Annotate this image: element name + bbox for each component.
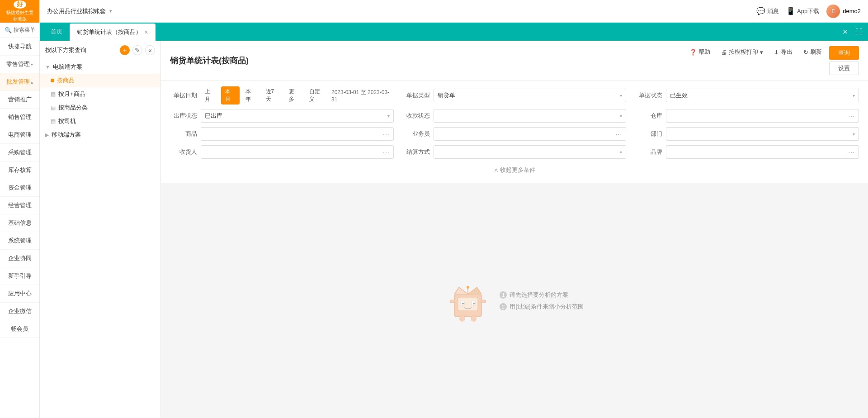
sidebar-item-retail[interactable]: 零售管理 ▾ — [0, 56, 39, 73]
chevron-right-icon: ▶ — [45, 132, 49, 138]
out-status-select[interactable]: 已出库 ▾ — [201, 109, 394, 123]
warehouse-select[interactable]: ··· — [666, 109, 859, 123]
filter-row-4: 收货人 ··· 结算方式 ▾ 品牌 — [170, 145, 859, 159]
collapse-panel-button[interactable]: « — [145, 45, 155, 55]
hint-num-1: 1 — [500, 291, 507, 299]
chevron-up-icon: ▴ — [31, 80, 33, 85]
export-button[interactable]: ⬇ 导出 — [770, 46, 796, 58]
sidebar-item-member[interactable]: 畅会员 — [0, 320, 39, 338]
edit-scheme-button[interactable]: ✎ — [132, 45, 142, 55]
tab-expand-icon[interactable]: ⛶ — [854, 26, 864, 38]
sidebar-item-app-center[interactable]: 应用中心 — [0, 285, 39, 303]
doc-type-select[interactable]: 销货单 ▾ — [434, 89, 627, 102]
tab-close-all-icon[interactable]: ✕ — [840, 26, 850, 38]
date-filter-control: 上月 本月 本年 近7天 更多 自定义 2023-03-01 至 2023-03… — [201, 86, 394, 104]
print-button[interactable]: 🖨 按模板打印 ▾ — [717, 46, 767, 58]
sidebar-item-wechat[interactable]: 企业微信 — [0, 303, 39, 320]
collapse-filter-button[interactable]: ∧ 收起更多条件 — [170, 163, 859, 177]
date-tab-this-month[interactable]: 本月 — [221, 86, 240, 104]
refresh-button[interactable]: ↻ 刷新 — [800, 46, 826, 58]
sidebar-item-marketing[interactable]: 营销推广 — [0, 91, 39, 109]
logo-text: 畅捷通好生意 — [6, 10, 33, 16]
sidebar-item-purchase[interactable]: 采购管理 — [0, 144, 39, 162]
tab-home[interactable]: 首页 — [43, 23, 70, 41]
tree-item-by-category[interactable]: ▤ 按商品分类 — [40, 101, 160, 114]
left-panel-title: 按以下方案查询 — [45, 46, 86, 54]
industry-dropdown-icon[interactable]: ▾ — [109, 8, 112, 14]
filter-row-1: 单据日期 上月 本月 本年 近7天 更多 自定义 2023-03-01 至 20… — [170, 86, 859, 104]
svg-rect-8 — [450, 300, 455, 303]
page-header-top: 销货单统计表(按商品) ❓ 帮助 🖨 按模板打印 ▾ — [170, 46, 859, 75]
sidebar-item-search[interactable]: 🔍 搜索菜单 — [0, 23, 39, 38]
chevron-down-icon: ▾ — [853, 132, 855, 137]
message-button[interactable]: 💬 消息 — [756, 7, 779, 15]
sidebar-item-enterprise[interactable]: 企业协同 — [0, 250, 39, 267]
sidebar-item-quick-nav[interactable]: 快捷导航 — [0, 38, 39, 56]
collect-status-label: 收款状态 — [403, 112, 430, 120]
collect-status-select[interactable]: ▾ — [434, 109, 627, 123]
more-icon: ··· — [848, 112, 855, 119]
empty-illustration — [445, 278, 491, 323]
user-menu[interactable]: E demo2 — [826, 5, 861, 18]
tree-item-by-goods[interactable]: 按商品 — [40, 74, 160, 87]
search-icon: 🔍 — [5, 27, 12, 33]
left-panel: 按以下方案查询 ＋ ✎ « ▼ 电脑端方案 按商品 ▤ 按月+商品 — [40, 41, 161, 418]
app-logo: 好 畅捷通好生意 标准版 — [0, 0, 39, 23]
settle-select[interactable]: ▾ — [434, 145, 627, 159]
settings-button[interactable]: 设置 — [829, 62, 859, 75]
date-range-value: 2023-03-01 至 2023-03-31 — [331, 89, 394, 103]
search-label: 搜索菜单 — [14, 26, 35, 34]
sidebar-item-basics[interactable]: 基础信息 — [0, 214, 39, 232]
tree-root-mobile[interactable]: ▶ 移动端方案 — [40, 128, 160, 142]
tree-item-by-driver[interactable]: ▤ 按司机 — [40, 114, 160, 128]
out-status-label: 出库状态 — [170, 112, 197, 120]
left-panel-header: 按以下方案查询 ＋ ✎ « — [40, 41, 160, 60]
print-icon: 🖨 — [721, 49, 727, 56]
sidebar-item-sales[interactable]: 销售管理 — [0, 109, 39, 126]
sidebar-item-operations[interactable]: 经营管理 — [0, 197, 39, 214]
staff-select[interactable]: ··· — [434, 127, 627, 141]
sidebar-item-wholesale[interactable]: 批发管理 ▴ — [0, 73, 39, 91]
doc-status-select[interactable]: 已生效 ▾ — [666, 89, 859, 102]
goods-select[interactable]: ··· — [201, 127, 394, 141]
date-tab-7days[interactable]: 近7天 — [262, 86, 283, 104]
help-button[interactable]: ❓ 帮助 — [686, 46, 714, 58]
query-button[interactable]: 查询 — [829, 46, 859, 60]
app-download-button[interactable]: 📱 App下载 — [786, 7, 819, 15]
filter-out-status: 出库状态 已出库 ▾ — [170, 109, 394, 123]
empty-text: 1 请先选择要分析的方案 2 用[过滤]条件来缩小分析范围 — [500, 291, 583, 311]
more-icon: ··· — [383, 130, 390, 138]
tree-icon: ▤ — [51, 118, 56, 124]
filter-brand: 品牌 ··· — [635, 145, 859, 159]
sidebar-item-inventory[interactable]: 库存核算 — [0, 162, 39, 179]
brand-select[interactable]: ··· — [666, 145, 859, 159]
tree-item-by-month-goods[interactable]: ▤ 按月+商品 — [40, 87, 160, 101]
filter-dept: 部门 ▾ — [635, 127, 859, 141]
svg-point-7 — [467, 286, 469, 289]
sidebar-item-newbie[interactable]: 新手引导 — [0, 267, 39, 285]
tree-icon: ▤ — [51, 91, 56, 97]
tab-close-icon[interactable]: ✕ — [144, 29, 148, 35]
sidebar-item-system[interactable]: 系统管理 — [0, 232, 39, 250]
sidebar-item-ecommerce[interactable]: 电商管理 — [0, 126, 39, 144]
chevron-down-icon: ▾ — [620, 150, 622, 155]
logo-sub: 标准版 — [13, 16, 27, 22]
date-tab-this-year[interactable]: 本年 — [241, 86, 260, 104]
sidebar-item-finance[interactable]: 资金管理 — [0, 179, 39, 197]
date-tab-more[interactable]: 更多 — [285, 86, 303, 104]
add-scheme-button[interactable]: ＋ — [120, 45, 130, 55]
hint-num-2: 2 — [500, 303, 507, 310]
doc-status-label: 单据状态 — [635, 91, 662, 100]
message-label: 消息 — [767, 7, 779, 15]
date-tab-last-month[interactable]: 上月 — [201, 86, 219, 104]
avatar: E — [826, 5, 840, 18]
chevron-down-icon: ▼ — [45, 64, 50, 70]
dept-select[interactable]: ▾ — [666, 127, 859, 141]
tab-sales-stats[interactable]: 销货单统计表（按商品） ✕ — [70, 24, 156, 41]
svg-rect-11 — [472, 316, 476, 321]
receiver-select[interactable]: ··· — [201, 145, 394, 159]
filter-settle: 结算方式 ▾ — [403, 145, 627, 159]
tree-root-desktop[interactable]: ▼ 电脑端方案 — [40, 60, 160, 74]
date-tab-custom[interactable]: 自定义 — [305, 86, 329, 104]
filter-staff: 业务员 ··· — [403, 127, 627, 141]
